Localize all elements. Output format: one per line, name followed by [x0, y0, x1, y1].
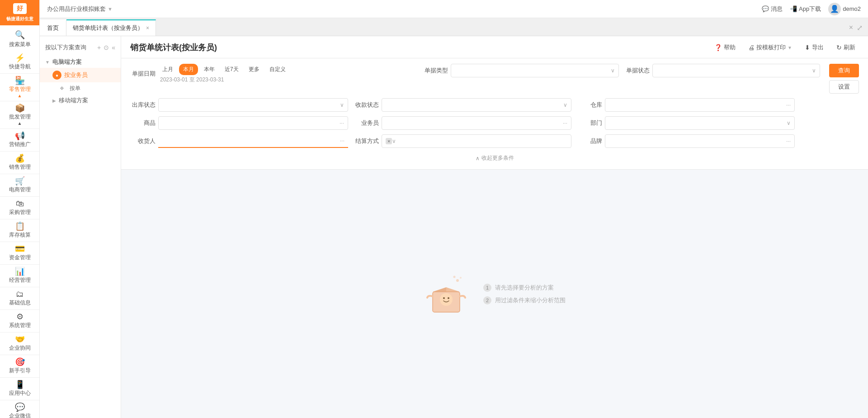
message-button[interactable]: 💬 消息 — [762, 5, 783, 13]
date-more-btn[interactable]: 更多 — [245, 64, 264, 75]
query-button[interactable]: 查询 — [829, 64, 859, 77]
plan-circle-icon: ● — [52, 71, 61, 80]
avatar-image: 👤 — [830, 5, 839, 13]
brand-more-icon: ··· — [786, 138, 791, 144]
enterprise-icon: 🤝 — [15, 335, 25, 343]
help-button[interactable]: ❓ 帮助 — [711, 42, 739, 53]
export-label: 导出 — [812, 43, 824, 52]
page-title: 销货单统计表(按业务员) — [130, 42, 217, 53]
sidebar-search[interactable]: 🔍 搜索菜单 — [0, 25, 39, 51]
window-close-icon[interactable]: × — [849, 24, 853, 32]
tab-active[interactable]: 销货单统计表（按业务员） × — [66, 19, 156, 36]
breadcrumb-text: 办公用品行业模拟账套 — [47, 5, 106, 13]
filter-area: 单据日期 上月 本月 本年 近7天 更多 自定义 2023-03-01 至 20… — [121, 58, 868, 170]
brand-label: 品牌 — [577, 137, 602, 145]
sidebar-item-wholesale-label: 批发管理 — [9, 113, 31, 121]
sidebar-item-system[interactable]: ⚙ 系统管理 — [0, 310, 39, 332]
mobile-plan-group[interactable]: ▶ 移动端方案 — [40, 95, 121, 106]
sidebar-item-finance[interactable]: 💳 资金管理 — [0, 242, 39, 265]
filter-salesperson: 业务员 ··· — [354, 116, 571, 130]
sidebar-item-wholesale[interactable]: 📦 批发管理 ▲ — [0, 101, 39, 129]
sidebar-item-retail-label: 零售管理 — [9, 86, 31, 93]
date-cur-month-btn[interactable]: 本月 — [179, 64, 198, 75]
breadcrumb-dropdown[interactable]: 办公用品行业模拟账套 ▼ — [47, 5, 113, 13]
sidebar-item-quicknav[interactable]: ⚡ 快捷导航 — [0, 51, 39, 74]
sidebar-item-wechat[interactable]: 💬 企业微信 — [0, 400, 39, 418]
goods-more-icon: ··· — [340, 120, 344, 126]
settle-tag: × — [386, 138, 392, 144]
tab-home-label: 首页 — [47, 24, 59, 32]
dept-arrow-icon: ∨ — [787, 120, 791, 126]
settle-arrow-icon: ∨ — [392, 138, 396, 144]
brand-control[interactable]: ··· — [605, 134, 795, 148]
dept-control[interactable]: ∨ — [605, 116, 795, 130]
maximize-icon[interactable]: ⤢ — [857, 24, 863, 32]
collapse-label: 收起更多条件 — [481, 154, 514, 162]
app-download-button[interactable]: 📲 App下载 — [790, 5, 821, 13]
sidebar-item-finance-label: 资金管理 — [9, 254, 31, 261]
date-prev-month-btn[interactable]: 上月 — [158, 64, 177, 75]
dept-label: 部门 — [577, 119, 602, 127]
top-header: 办公用品行业模拟账套 ▼ 💬 消息 📲 App下载 👤 demo2 — [40, 0, 868, 18]
edit-plan-icon[interactable]: ⊙ — [104, 44, 109, 51]
export-button[interactable]: ⬇ 导出 — [801, 42, 827, 53]
svg-point-2 — [440, 293, 453, 306]
goods-control[interactable]: ··· — [158, 116, 348, 130]
sidebar-item-newbie[interactable]: 🎯 新手引导 — [0, 355, 39, 378]
filter-recv-status: 收款状态 ∨ — [354, 98, 571, 112]
user-profile-button[interactable]: 👤 demo2 — [828, 3, 861, 15]
consignee-control[interactable]: ··· — [158, 134, 348, 148]
warehouse-control[interactable]: ··· — [605, 98, 795, 112]
sidebar-item-ecommerce[interactable]: 🛒 电商管理 — [0, 174, 39, 197]
sidebar-item-apps[interactable]: 📱 应用中心 — [0, 378, 39, 400]
doc-status-control[interactable]: ∨ — [652, 64, 820, 77]
add-plan-icon[interactable]: + — [97, 44, 101, 51]
doc-type-control[interactable]: ∨ — [451, 64, 618, 77]
sidebar-item-retail[interactable]: 🏪 零售管理 ▲ — [0, 74, 39, 101]
plan-item-salesperson[interactable]: ● 按业务员 — [40, 68, 121, 82]
filter-date-group: 单据日期 上月 本月 本年 近7天 更多 自定义 2023-03-01 至 20… — [130, 64, 417, 84]
sidebar-search-label: 搜索菜单 — [9, 41, 31, 48]
mobile-group-arrow-icon: ▶ — [52, 98, 56, 103]
collapse-button[interactable]: ∧ 收起更多条件 — [130, 152, 859, 164]
tab-bar: 首页 销货单统计表（按业务员） × × ⤢ — [40, 18, 868, 36]
print-dropdown-icon[interactable]: ▼ — [788, 45, 792, 50]
empty-state: 1 请先选择要分析的方案 2 用过滤条件来缩小分析范围 — [121, 170, 868, 418]
right-panel: 销货单统计表(按业务员) ❓ 帮助 🖨 按模板打印 ▼ ⬇ 导出 — [121, 36, 868, 418]
refresh-button[interactable]: ↻ 刷新 — [833, 42, 859, 53]
apps-icon: 📱 — [15, 380, 25, 389]
sidebar-item-system-label: 系统管理 — [9, 322, 31, 329]
filter-doc-status: 单据状态 ∨ — [624, 64, 820, 77]
tab-home[interactable]: 首页 — [40, 19, 66, 36]
out-status-control[interactable]: ∨ — [158, 98, 348, 112]
empty-step-2: 2 用过滤条件来缩小分析范围 — [483, 296, 566, 304]
pc-plan-group[interactable]: ▼ 电脑端方案 — [40, 56, 121, 68]
sidebar-item-enterprise[interactable]: 🤝 企业协同 — [0, 332, 39, 355]
export-icon: ⬇ — [805, 44, 810, 51]
sidebar-item-sales[interactable]: 💰 销售管理 — [0, 152, 39, 174]
sidebar-item-marketing-label: 营销推广 — [9, 141, 31, 148]
salesperson-control[interactable]: ··· — [382, 116, 571, 130]
settings-button[interactable]: 设置 — [829, 80, 859, 94]
recv-status-control[interactable]: ∨ — [382, 98, 571, 112]
app-download-label: App下载 — [799, 5, 821, 13]
date-7days-btn[interactable]: 近7天 — [221, 64, 243, 75]
settle-control[interactable]: × ∨ — [382, 134, 571, 148]
settle-tag-close-icon[interactable]: × — [387, 138, 390, 144]
tab-active-label: 销货单统计表（按业务员） — [73, 24, 143, 32]
print-button[interactable]: 🖨 按模板打印 ▼ — [745, 42, 796, 53]
doc-type-label: 单据类型 — [423, 66, 448, 75]
sidebar-item-operations[interactable]: 📊 经营管理 — [0, 265, 39, 287]
filter-out-status: 出库状态 ∨ — [130, 98, 348, 112]
collapse-panel-icon[interactable]: « — [112, 44, 115, 51]
sidebar-item-basic[interactable]: 🗂 基础信息 — [0, 287, 39, 310]
plan-sub-item-order[interactable]: ❖ 按单 — [40, 82, 121, 95]
operations-icon: 📊 — [15, 267, 25, 276]
tab-close-icon[interactable]: × — [146, 25, 149, 31]
sidebar-item-marketing[interactable]: 📢 营销推广 — [0, 129, 39, 152]
sidebar-item-inventory[interactable]: 📋 库存核算 — [0, 219, 39, 242]
sidebar-item-purchase[interactable]: 🛍 采购管理 — [0, 197, 39, 219]
date-custom-btn[interactable]: 自定义 — [265, 64, 290, 75]
inventory-icon: 📋 — [15, 222, 25, 230]
date-cur-year-btn[interactable]: 本年 — [200, 64, 219, 75]
